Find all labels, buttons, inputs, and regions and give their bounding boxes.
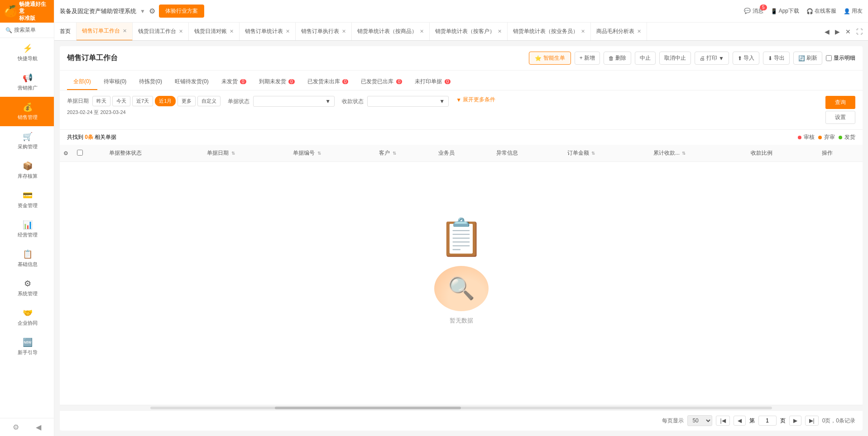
tab-close-all-btn[interactable]: ✕: [844, 27, 853, 36]
sidebar-item-purchase[interactable]: 🛒 采购管理: [0, 126, 54, 156]
sort-icon[interactable]: ⇅: [682, 151, 686, 156]
query-button[interactable]: 查询: [825, 96, 855, 109]
sidebar-item-guide[interactable]: 🆕 新手引导: [0, 332, 54, 361]
date-custom-btn[interactable]: 自定义: [197, 96, 221, 106]
tab-sales-order[interactable]: 销售订单工作台 ✕: [77, 23, 133, 41]
select-all-checkbox[interactable]: [77, 150, 83, 156]
sort-icon[interactable]: ⇅: [317, 151, 321, 156]
tab-next-btn[interactable]: ▶: [833, 27, 842, 36]
tab-sale-customer[interactable]: 销货单统计表（按客户） ✕: [430, 23, 508, 41]
stop-button[interactable]: 中止: [635, 52, 656, 65]
system-dropdown-icon[interactable]: ▼: [140, 8, 145, 14]
col-checkbox[interactable]: [73, 145, 106, 162]
export-button[interactable]: ⬇ 导出: [763, 52, 790, 65]
print-button[interactable]: 🖨 打印 ▼: [695, 52, 729, 65]
filter-tab-not-printed[interactable]: 未打印单据 0: [408, 74, 457, 90]
col-number[interactable]: 单据编号 ⇅: [289, 145, 375, 162]
display-detail-checkbox[interactable]: [826, 55, 832, 61]
tab-prev-btn[interactable]: ◀: [823, 27, 831, 36]
scroll-thumb[interactable]: [275, 407, 461, 409]
col-customer[interactable]: 客户 ⇅: [375, 145, 435, 162]
tab-sales-exec[interactable]: 销售订单执行表 ✕: [296, 23, 352, 41]
sidebar-item-quick-nav[interactable]: ⚡ 快捷导航: [0, 38, 54, 67]
sidebar-item-sales[interactable]: 💰 销售管理: [0, 97, 54, 126]
tab-fullscreen-btn[interactable]: ⛶: [854, 27, 864, 36]
cancel-review-action-btn[interactable]: 弃审: [818, 133, 835, 141]
date-last7-btn[interactable]: 近7天: [132, 96, 153, 106]
tab-close-icon[interactable]: ✕: [342, 28, 346, 34]
add-button[interactable]: + 新增: [575, 52, 600, 65]
tab-close-icon[interactable]: ✕: [123, 28, 127, 34]
page-first-btn[interactable]: |◀: [716, 416, 729, 426]
tab-close-icon[interactable]: ✕: [286, 28, 290, 34]
filter-tab-pending-pickup[interactable]: 待拣货(0): [133, 74, 168, 90]
settings-button[interactable]: 设置: [825, 111, 855, 124]
tab-home[interactable]: 首页: [54, 23, 77, 41]
col-date[interactable]: 单据日期 ⇅: [203, 145, 289, 162]
tab-cash-reconcile[interactable]: 钱货日清对账 ✕: [189, 23, 240, 41]
col-received[interactable]: 累计收款... ⇅: [650, 145, 747, 162]
sidebar-item-system[interactable]: ⚙ 系统管理: [0, 273, 54, 303]
col-amount[interactable]: 订单金额 ⇅: [564, 145, 650, 162]
filter-tab-not-shipped[interactable]: 未发货 0: [215, 74, 253, 90]
refresh-button[interactable]: 🔄 刷新: [793, 52, 822, 65]
tab-sales-stat[interactable]: 销售订单统计表 ✕: [240, 23, 296, 41]
sidebar-search[interactable]: 🔍 搜索菜单: [0, 23, 54, 38]
tab-close-icon[interactable]: ✕: [420, 28, 424, 34]
user-button[interactable]: 👤 用友: [844, 7, 863, 15]
page-next-btn[interactable]: ▶: [789, 416, 801, 426]
sidebar-settings-btn[interactable]: ⚙: [13, 423, 19, 431]
message-button[interactable]: 💬 消息 5: [744, 7, 763, 15]
tab-sale-product[interactable]: 销货单统计表（按商品） ✕: [352, 23, 430, 41]
tab-cash-daily[interactable]: 钱货日清工作台 ✕: [133, 23, 189, 41]
horizontal-scrollbar[interactable]: [60, 405, 863, 410]
expand-conditions-btn[interactable]: ▼ 展开更多条件: [456, 96, 495, 104]
filter-tab-shipped-not-out[interactable]: 已发货未出库 0: [301, 74, 355, 90]
payment-select[interactable]: ▼: [367, 96, 449, 107]
import-button[interactable]: ⬆ 导入: [733, 52, 759, 65]
trial-button[interactable]: 体验行业方案: [159, 5, 204, 18]
col-settings[interactable]: ⚙: [60, 145, 73, 162]
filter-tab-pending-review[interactable]: 待审核(0): [97, 74, 133, 90]
tab-product-profit[interactable]: 商品毛利分析表 ✕: [591, 23, 647, 41]
sidebar-item-marketing[interactable]: 📢 营销推广: [0, 67, 54, 97]
sort-icon[interactable]: ⇅: [591, 151, 595, 156]
cancel-stop-button[interactable]: 取消中止: [659, 52, 691, 65]
tab-close-icon[interactable]: ✕: [498, 28, 502, 34]
online-support-button[interactable]: 🎧 在线客服: [806, 7, 836, 15]
date-today-btn[interactable]: 今天: [112, 96, 130, 106]
sidebar-item-inventory[interactable]: 📦 库存核算: [0, 156, 54, 185]
filter-tab-wangpu[interactable]: 旺铺待发货(0): [168, 74, 215, 90]
review-action-btn[interactable]: 审核: [798, 133, 815, 141]
sidebar-item-cooperation[interactable]: 🤝 企业协同: [0, 303, 54, 332]
ship-action-btn[interactable]: 发货: [839, 133, 855, 141]
delete-button[interactable]: 🗑 删除: [604, 52, 631, 65]
tab-close-icon[interactable]: ✕: [581, 28, 585, 34]
tab-sale-staff[interactable]: 销货单统计表（按业务员） ✕: [508, 23, 591, 41]
page-size-select[interactable]: 10 20 50 100: [687, 415, 712, 426]
display-detail-toggle[interactable]: 显示明细: [826, 54, 855, 62]
filter-tab-shipped-out[interactable]: 已发货已出库 0: [355, 74, 408, 90]
sidebar-item-operations[interactable]: 📊 经营管理: [0, 214, 54, 244]
page-prev-btn[interactable]: ◀: [734, 416, 746, 426]
date-last1m-btn[interactable]: 近1月: [155, 96, 176, 106]
status-select[interactable]: ▼: [253, 96, 335, 107]
app-download-button[interactable]: 📱 App下载: [771, 7, 799, 15]
filter-tab-all[interactable]: 全部(0): [67, 74, 97, 90]
page-number-input[interactable]: [758, 416, 777, 426]
page-last-btn[interactable]: ▶|: [805, 416, 819, 426]
tab-close-icon[interactable]: ✕: [230, 28, 234, 34]
date-yesterday-btn[interactable]: 昨天: [92, 96, 110, 106]
date-more-btn[interactable]: 更多: [177, 96, 196, 106]
smart-gen-button[interactable]: ⭐ 智能生单: [529, 52, 571, 65]
sort-icon[interactable]: ⇅: [393, 151, 396, 156]
filter-tab-overdue[interactable]: 到期未发货 0: [253, 74, 301, 90]
sidebar-item-basic[interactable]: 📋 基础信息: [0, 244, 54, 273]
tab-close-icon[interactable]: ✕: [637, 28, 641, 34]
sidebar-item-capital[interactable]: 💳 资金管理: [0, 185, 54, 214]
sort-icon[interactable]: ⇅: [231, 151, 235, 156]
table-settings-icon[interactable]: ⚙: [63, 150, 68, 156]
sidebar-collapse-btn[interactable]: ◀: [36, 423, 41, 431]
tab-close-icon[interactable]: ✕: [179, 28, 183, 34]
system-settings-icon[interactable]: ⚙: [149, 7, 155, 15]
